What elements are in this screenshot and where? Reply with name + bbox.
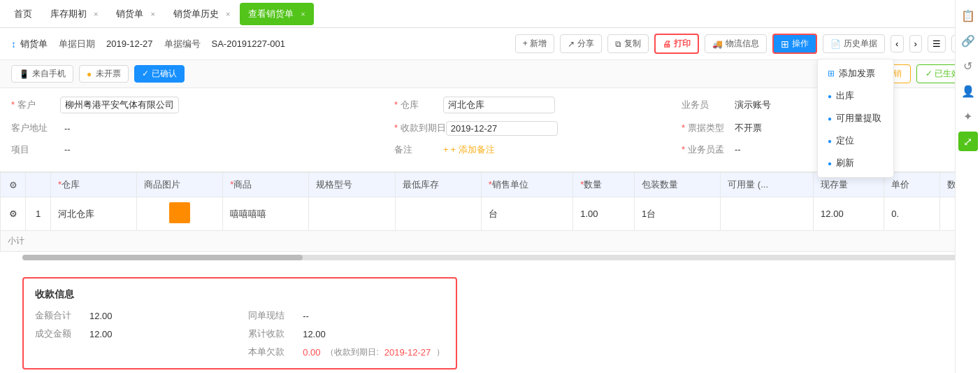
row-min-stock bbox=[395, 197, 481, 231]
doc-number-label: 单据编号 bbox=[164, 38, 201, 50]
project-label: 项目 bbox=[11, 143, 60, 156]
tab-view-sales-label: 查看销货单 bbox=[248, 8, 294, 20]
tab-sales-order[interactable]: 销货单 × bbox=[108, 3, 163, 25]
due-date-note: （收款到期日: bbox=[326, 346, 378, 358]
doc-title: ↕ 销货单 bbox=[11, 38, 48, 50]
project-field: 项目 -- bbox=[11, 143, 394, 156]
horizontal-scrollbar[interactable] bbox=[22, 255, 958, 260]
logistics-button[interactable]: 🚚 物流信息 bbox=[705, 34, 767, 53]
doc-number-value: SA-20191227-001 bbox=[212, 38, 286, 49]
sidebar-icon-star[interactable]: ✦ bbox=[958, 106, 978, 126]
receivable-label: 本单欠款 bbox=[248, 346, 297, 358]
cumulative-value: 12.00 bbox=[303, 329, 326, 339]
subtotal-label: 小计 bbox=[1, 231, 980, 252]
doc-type-icon: ↕ bbox=[11, 38, 16, 50]
doc-meta: 单据日期 2019-12-27 单据编号 SA-20191227-001 bbox=[59, 38, 285, 50]
menu-refresh[interactable]: ● 刷新 bbox=[818, 152, 893, 174]
confirmed-button[interactable]: ✓ 已确认 bbox=[134, 65, 184, 83]
due-date-close: ） bbox=[436, 346, 445, 358]
sidebar-icon-expand[interactable]: ⤢ bbox=[958, 132, 978, 151]
tab-sales-history[interactable]: 销货单历史 × bbox=[165, 3, 238, 25]
notes-field: 备注 + + 添加备注 bbox=[394, 143, 682, 156]
share-button[interactable]: ↗ 分享 bbox=[560, 34, 602, 53]
table-row: ⚙ 1 河北仓库 嘻嘻嘻嘻 台 1.00 1台 bbox=[1, 197, 980, 231]
row-setting[interactable]: ⚙ bbox=[1, 197, 26, 231]
address-label: 客户地址 bbox=[11, 122, 60, 134]
ticket-type-label: 票据类型 bbox=[682, 122, 730, 134]
dropdown-menu: ⊞ 添加发票 ● 出库 ● 可用量提取 bbox=[817, 59, 894, 178]
tab-inventory-close[interactable]: × bbox=[94, 10, 98, 18]
operation-button[interactable]: ⊞ 操作 bbox=[772, 34, 817, 54]
tab-sales-history-close[interactable]: × bbox=[226, 10, 230, 18]
operation-grid-icon: ⊞ bbox=[781, 38, 789, 50]
tab-view-sales[interactable]: 查看销货单 × bbox=[240, 3, 313, 25]
payment-date-label: 收款到期日 bbox=[394, 122, 446, 134]
th-qty: *数量 bbox=[573, 173, 635, 197]
tab-home[interactable]: 首页 bbox=[6, 3, 41, 25]
sidebar-icon-clipboard[interactable]: 📋 bbox=[958, 6, 978, 25]
payment-date-value[interactable]: 2019-12-27 bbox=[446, 121, 558, 136]
check2-icon: ✓ bbox=[925, 69, 932, 78]
th-min-stock: 最低库存 bbox=[395, 173, 481, 197]
not-open-ticket-button[interactable]: 未开票 bbox=[79, 65, 129, 83]
row-pkg-qty: 1台 bbox=[635, 197, 721, 231]
phone-icon: 📱 bbox=[19, 69, 29, 79]
add-note-button[interactable]: + + 添加备注 bbox=[443, 143, 495, 156]
salesperson2-label: 业务员孟 bbox=[682, 143, 730, 156]
th-pkg-qty: 包装数量 bbox=[635, 173, 721, 197]
scroll-thumb[interactable] bbox=[22, 255, 303, 260]
payment-row-cumulative: 累计收款 12.00 bbox=[248, 328, 445, 340]
address-field: 客户地址 -- bbox=[11, 122, 394, 135]
refresh-icon: ● bbox=[828, 160, 832, 167]
menu-locate[interactable]: ● 定位 bbox=[818, 129, 893, 152]
th-setting[interactable]: ⚙ bbox=[1, 173, 26, 197]
settlement-label: 同单现结 bbox=[248, 309, 297, 322]
history-button[interactable]: 📄 历史单据 bbox=[823, 34, 885, 53]
sidebar-icon-person[interactable]: 👤 bbox=[958, 81, 978, 101]
total-amount-label: 金额合计 bbox=[35, 309, 84, 322]
menu-add-invoice[interactable]: ⊞ 添加发票 bbox=[818, 62, 893, 85]
new-button[interactable]: + 新增 bbox=[515, 34, 554, 53]
doc-date-value: 2019-12-27 bbox=[106, 38, 153, 49]
menu-available-qty[interactable]: ● 可用量提取 bbox=[818, 107, 893, 129]
copy-button[interactable]: ⧉ 复制 bbox=[607, 34, 649, 53]
add-invoice-icon: ⊞ bbox=[828, 69, 835, 78]
print-button[interactable]: 🖨 打印 bbox=[654, 34, 699, 54]
sidebar-icon-link[interactable]: 🔗 bbox=[958, 31, 978, 50]
warehouse-value[interactable]: 河北仓库 bbox=[443, 97, 555, 113]
salesperson-label: 业务员 bbox=[682, 99, 730, 111]
tab-bar: 首页 库存期初 × 销货单 × 销货单历史 × 查看销货单 × × bbox=[0, 0, 980, 28]
sidebar-icon-refresh[interactable]: ↺ bbox=[958, 56, 978, 76]
print-icon: 🖨 bbox=[663, 39, 671, 49]
add-invoice-label: 添加发票 bbox=[839, 67, 875, 80]
th-warehouse: *仓库 bbox=[51, 173, 137, 197]
tab-home-label: 首页 bbox=[14, 8, 32, 20]
settlement-value: -- bbox=[303, 311, 309, 321]
tab-sales-history-label: 销货单历史 bbox=[173, 8, 219, 20]
row-available bbox=[721, 197, 814, 231]
history-icon: 📄 bbox=[830, 39, 841, 49]
customer-label: 客户 bbox=[11, 99, 60, 111]
outbound-icon: ● bbox=[828, 92, 832, 100]
truck-icon: 🚚 bbox=[712, 39, 723, 49]
outbound-label: 出库 bbox=[836, 90, 854, 102]
th-product: *商品 bbox=[223, 173, 309, 197]
tab-inventory-init[interactable]: 库存期初 × bbox=[42, 3, 106, 25]
row-spec bbox=[309, 197, 395, 231]
right-sidebar: 📋 🔗 ↺ 👤 ✦ ⤢ bbox=[955, 0, 980, 373]
tab-inventory-label: 库存期初 bbox=[50, 8, 87, 20]
prev-button[interactable]: ‹ bbox=[891, 35, 903, 52]
project-value: -- bbox=[60, 143, 172, 156]
payment-info-section: 收款信息 金额合计 12.00 同单现结 -- 成交金额 12.00 bbox=[0, 263, 980, 373]
next-button[interactable]: › bbox=[909, 35, 922, 52]
menu-outbound[interactable]: ● 出库 bbox=[818, 85, 893, 107]
due-date-value: 2019-12-27 bbox=[384, 347, 431, 358]
tab-view-sales-close[interactable]: × bbox=[301, 10, 305, 18]
customer-value[interactable]: 柳州粤港平安气体有限公司 bbox=[60, 97, 179, 113]
tab-sales-close[interactable]: × bbox=[150, 10, 154, 18]
from-phone-button[interactable]: 📱 来自手机 bbox=[11, 65, 73, 83]
payment-date-field: 收款到期日 2019-12-27 bbox=[394, 121, 682, 136]
payment-row-settlement: 同单现结 -- bbox=[248, 309, 445, 322]
th-product-img: 商品图片 bbox=[137, 173, 223, 197]
list-view-button[interactable]: ☰ bbox=[928, 35, 946, 52]
